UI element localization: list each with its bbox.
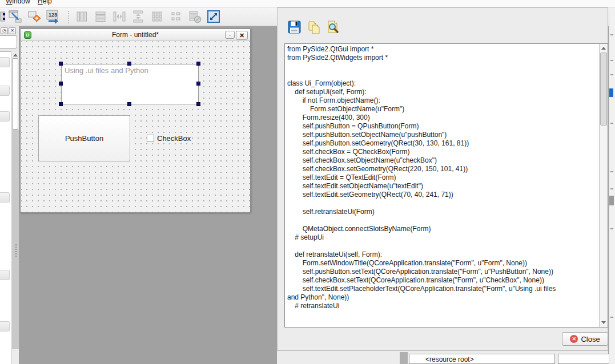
scroll-up-arrow-icon[interactable] <box>13 54 18 56</box>
scrollbar-thumb[interactable] <box>12 58 18 130</box>
code-line: self.pushButton.setText(QCoreApplication… <box>287 268 598 276</box>
svg-text:123: 123 <box>49 12 57 18</box>
edit-tab-order-icon[interactable]: 123 <box>46 9 61 24</box>
code-line: self.checkBox.setGeometry(QRect(220, 150… <box>287 165 598 173</box>
dock-float-button[interactable]: ◷ <box>1 27 8 34</box>
layout-horizontal-splitter-icon[interactable] <box>112 9 127 24</box>
layout-grid-icon[interactable] <box>150 9 164 24</box>
layout-horizontal-icon[interactable] <box>74 9 89 24</box>
layout-vertical-icon[interactable] <box>93 9 108 24</box>
code-vertical-scrollbar[interactable] <box>599 44 608 327</box>
code-line: from PySide2.QtGui import * <box>287 45 598 54</box>
code-line: self.pushButton.setGeometry(QRect(30, 13… <box>287 139 598 148</box>
code-line: self.pushButton.setObjectName(u"pushButt… <box>287 131 598 139</box>
code-line: Form.resize(400, 300) <box>287 114 598 122</box>
code-line: class Ui_Form(object): <box>287 79 598 88</box>
textedit-widget[interactable]: Using .ui files and Python <box>61 64 199 104</box>
widget-box-list[interactable] <box>0 51 11 364</box>
resource-root-item[interactable]: <resource root> <box>425 355 474 363</box>
widget-category-row[interactable] <box>0 192 10 203</box>
code-line: Form.setWindowTitle(QCoreApplication.tra… <box>287 259 598 268</box>
widget-category-row[interactable] <box>0 111 10 122</box>
close-button[interactable]: ✕ <box>236 31 248 40</box>
selection-handle-mid-right[interactable] <box>196 82 200 86</box>
code-line: def retranslateUi(self, Form): <box>287 250 598 259</box>
code-line <box>287 71 598 79</box>
code-line <box>287 62 598 71</box>
code-view[interactable]: from PySide2.QtGui import *from PySide2.… <box>284 43 608 327</box>
selection-handle-bottom-right[interactable] <box>196 102 200 106</box>
widget-category-row[interactable] <box>0 86 10 96</box>
toolbar-separator <box>68 11 69 23</box>
menu-bar: Window Help <box>0 0 615 7</box>
widget-category-row[interactable] <box>0 57 10 67</box>
form-window-titlebar[interactable]: D Form - untitled* - ✕ <box>21 29 250 41</box>
copy-icon[interactable] <box>307 21 322 35</box>
selection-handle-top-mid[interactable] <box>127 62 131 66</box>
selection-handle-bottom-mid[interactable] <box>127 102 131 106</box>
code-line: if not Form.objectName(): <box>287 96 598 105</box>
close-red-icon: ✕ <box>570 335 578 343</box>
selection-handle-mid-left[interactable] <box>59 82 63 86</box>
dock-close-button[interactable]: ✕ <box>9 27 16 34</box>
edit-widgets-icon[interactable] <box>0 9 7 24</box>
scrollbar-thumb[interactable] <box>600 52 607 126</box>
adjust-size-icon[interactable] <box>206 9 221 24</box>
resource-preview-pane[interactable] <box>558 354 609 364</box>
code-preview-dialog: from PySide2.QtGui import *from PySide2.… <box>277 7 608 351</box>
edit-signals-slots-icon[interactable] <box>8 9 23 24</box>
layout-vertical-splitter-icon[interactable] <box>131 9 146 24</box>
code-line <box>287 216 598 225</box>
close-dialog-button[interactable]: ✕ Close <box>562 332 608 346</box>
code-line: self.textEdit.setGeometry(QRect(70, 40, … <box>287 191 598 199</box>
form-window-title: Form - untitled* <box>21 31 250 39</box>
code-line: QMetaObject.connectSlotsByName(Form) <box>287 225 598 233</box>
form-editor-window: D Form - untitled* - ✕ Using .ui files a… <box>20 29 251 213</box>
code-line: self.retranslateUi(Form) <box>287 208 598 216</box>
menu-item-window[interactable]: Window <box>6 0 30 5</box>
code-line: self.textEdit.setObjectName(u"textEdit") <box>287 182 598 191</box>
menu-item-help[interactable]: Help <box>38 0 52 5</box>
break-layout-icon[interactable] <box>187 9 202 24</box>
selected-row-edge <box>609 88 613 97</box>
code-line: and Python", None)) <box>287 293 598 302</box>
widget-category-row[interactable] <box>0 270 10 280</box>
dock-splitter-handle[interactable] <box>15 244 17 258</box>
widget-box-dock: ◷ ✕ <box>0 26 19 364</box>
code-line: self.checkBox.setText(QCoreApplication.t… <box>287 276 598 285</box>
qt-designer-main-window: Window Help 123 <box>0 0 615 364</box>
selection-handle-top-left[interactable] <box>59 62 63 66</box>
form-canvas[interactable]: Using .ui files and Python PushButton Ch… <box>21 41 250 212</box>
code-line: def setupUi(self, Form): <box>287 88 598 96</box>
minimize-button[interactable]: - <box>225 31 235 39</box>
code-line <box>287 242 598 250</box>
checkbox-widget[interactable]: CheckBox <box>147 127 204 150</box>
selection-handle-top-right[interactable] <box>196 62 200 66</box>
code-line: self.checkBox = QCheckBox(Form) <box>287 148 598 156</box>
scrollbar-track <box>12 130 19 349</box>
selection-handle-bottom-left[interactable] <box>59 102 63 106</box>
code-line: # setupUi <box>287 233 598 242</box>
widget-box-scrollbar[interactable] <box>11 51 19 364</box>
scroll-down-arrow-icon[interactable] <box>601 321 606 324</box>
code-line: self.pushButton = QPushButton(Form) <box>287 122 598 131</box>
code-line <box>287 199 598 208</box>
resource-splitter-handle[interactable] <box>400 352 408 364</box>
resource-tree[interactable]: <resource root> <box>409 354 555 364</box>
find-icon[interactable] <box>326 21 341 35</box>
layout-form-icon[interactable] <box>168 9 183 24</box>
edit-buddies-icon[interactable] <box>27 9 42 24</box>
close-button-label: Close <box>581 335 600 343</box>
code-line: self.textEdit = QTextEdit(Form) <box>287 173 598 182</box>
scroll-up-arrow-icon[interactable] <box>601 47 606 50</box>
code-line: Form.setObjectName(u"Form") <box>287 105 598 114</box>
code-line: self.checkBox.setObjectName(u"checkBox") <box>287 156 598 165</box>
pushbutton-widget[interactable]: PushButton <box>38 115 130 161</box>
textedit-placeholder: Using .ui files and Python <box>65 66 148 75</box>
save-icon[interactable] <box>288 21 303 35</box>
code-content: from PySide2.QtGui import *from PySide2.… <box>287 45 598 310</box>
widget-category-row[interactable] <box>0 321 10 331</box>
widget-filter-input[interactable] <box>0 35 17 48</box>
checkbox-indicator[interactable] <box>147 135 154 142</box>
checkbox-label: CheckBox <box>157 134 191 143</box>
